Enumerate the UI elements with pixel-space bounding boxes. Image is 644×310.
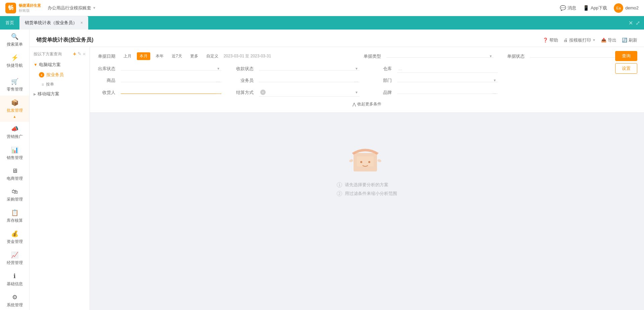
page-title: 销货单统计表(按业务员): [36, 37, 94, 44]
date-btn-custom[interactable]: 自定义: [204, 52, 221, 60]
empty-tip-1: 1 请先选择要分析的方案: [337, 182, 397, 188]
date-btn-last-7-days[interactable]: 近7天: [169, 52, 185, 60]
tab-active-label: 销货单统计表（按业务员）: [25, 20, 77, 26]
settlement-clear-btn[interactable]: ×: [260, 90, 266, 95]
sidebar-item-system[interactable]: ⚙ 系统管理: [0, 290, 29, 310]
warehouse-label: 仓库: [373, 66, 392, 72]
scheme-item-by-salesman[interactable]: ● 按业务员: [30, 70, 90, 80]
sidebar-item-retail[interactable]: 🛒 零售管理: [0, 74, 29, 96]
sidebar-item-inventory[interactable]: 📋 库存核算: [0, 206, 29, 227]
top-bar-right: 💬 消息 📱 App下载 Ea demo2: [560, 3, 639, 13]
date-btn-more[interactable]: 更多: [187, 52, 201, 60]
sales-icon: 📊: [11, 146, 18, 154]
tab-maximize-icon[interactable]: ⤢: [636, 20, 640, 26]
logo-line1: 畅捷通好生意: [19, 3, 41, 8]
date-group: 上月 本月 本年 近7天 更多 自定义 2023-03-01 至 2023-03…: [121, 52, 356, 60]
scheme-group-mobile: ▶ 移动端方案: [30, 89, 90, 99]
empty-state: 1 请先选择要分析的方案 2 用过滤条件来缩小分析范围: [90, 113, 644, 223]
sidebar-item-finance[interactable]: 💰 资金管理: [0, 227, 29, 248]
tab-active[interactable]: 销货单统计表（按业务员） ×: [19, 16, 88, 30]
goods-field[interactable]: [121, 79, 221, 82]
scheme-group-mobile-title[interactable]: ▶ 移动端方案: [30, 89, 90, 99]
receiver-label: 收货人: [97, 90, 115, 96]
scheme-item-by-order[interactable]: ≡ 按单: [30, 80, 90, 89]
user-area[interactable]: Ea demo2: [614, 3, 639, 13]
sidebar-basic-info-label: 基础信息: [7, 281, 23, 287]
salesman-label: 业务员: [235, 78, 254, 84]
scheme-group-desktop-title[interactable]: ▼ 电脑端方案: [30, 60, 90, 70]
refresh-btn[interactable]: 🔄 刷新: [622, 37, 637, 43]
sidebar-inventory-label: 库存核算: [7, 218, 23, 223]
scheme-item-active-dot: ●: [39, 72, 44, 78]
sidebar-marketing-label: 营销推广: [7, 134, 23, 140]
query-button[interactable]: 查询: [615, 51, 637, 61]
print-btn[interactable]: 🖨 按模板打印 ▼: [564, 37, 596, 43]
filter-row-4: 收货人 结算方式 × ▼ 品牌: [97, 88, 637, 97]
sidebar: 🔍 搜索菜单 ⚡ 快捷导航 🛒 零售管理 📦 批发管理 ▲ 📣 营销推广: [0, 30, 30, 310]
scheme-add-btn[interactable]: +: [73, 51, 76, 57]
sidebar-item-sales[interactable]: 📊 销售管理: [0, 143, 29, 164]
scheme-panel: 按以下方案查询 + ✎ « ▼ 电脑端方案: [30, 47, 90, 310]
expand-icon: ▲: [13, 115, 16, 118]
sidebar-item-purchase[interactable]: 🛍 采购管理: [0, 185, 29, 206]
svg-rect-1: [357, 156, 374, 166]
logo-area: 畅 畅捷通好生意 标账版: [5, 3, 41, 13]
app-download-label: App下载: [591, 5, 607, 11]
tab-close-window-icon[interactable]: ✕: [629, 20, 633, 26]
doc-type-select[interactable]: [386, 55, 494, 58]
sidebar-item-search[interactable]: 🔍 搜索菜单: [0, 30, 29, 51]
sidebar-ecommerce-label: 电商管理: [7, 176, 23, 182]
export-btn[interactable]: 📤 导出: [601, 37, 616, 43]
payment-status-select[interactable]: [259, 67, 360, 70]
help-label: 帮助: [549, 37, 558, 43]
out-status-select[interactable]: [121, 67, 221, 70]
content-right: 单据日期 上月 本月 本年 近7天 更多 自定义 2023-03-01 至 20…: [90, 47, 644, 310]
empty-icon-svg: [348, 141, 385, 175]
salesman-field[interactable]: [259, 79, 360, 82]
sidebar-item-wholesale[interactable]: 📦 批发管理 ▲: [0, 96, 29, 122]
logo-icon: 畅: [5, 3, 16, 13]
settlement-arrow: ▼: [355, 91, 358, 94]
quick-nav-icon: ⚡: [11, 54, 18, 61]
tab-close-btn[interactable]: ×: [80, 20, 83, 25]
tab-home[interactable]: 首页: [0, 16, 19, 30]
logo-line2: 标账版: [19, 8, 41, 13]
app-download-btn[interactable]: 📱 App下载: [583, 5, 607, 11]
help-btn[interactable]: ❓ 帮助: [543, 37, 558, 43]
sidebar-item-ecommerce[interactable]: 🖥 电商管理: [0, 164, 29, 185]
date-btn-last-month[interactable]: 上月: [121, 52, 134, 60]
sidebar-purchase-label: 采购管理: [7, 197, 23, 202]
doc-status-label: 单据状态: [504, 53, 525, 59]
sidebar-item-operations[interactable]: 📈 经营管理: [0, 248, 29, 269]
scheme-header: 按以下方案查询 + ✎ «: [30, 51, 90, 60]
settings-button[interactable]: 设置: [615, 63, 637, 74]
date-label: 单据日期: [97, 53, 115, 59]
wholesale-icon: 📦: [11, 99, 18, 106]
export-label: 导出: [608, 37, 616, 43]
collapse-btn[interactable]: ⋀ 收起更多条件: [97, 101, 637, 107]
inventory-icon: 📋: [11, 209, 18, 216]
receiver-field[interactable]: [121, 91, 221, 94]
sidebar-item-basic-info[interactable]: ℹ 基础信息: [0, 269, 29, 290]
page-actions: ❓ 帮助 🖨 按模板打印 ▼ 📤 导出 🔄 刷新: [543, 37, 637, 43]
action-buttons: 查询 设置: [615, 51, 637, 74]
refresh-label: 刷新: [629, 37, 637, 43]
date-btn-this-month[interactable]: 本月: [137, 52, 150, 60]
message-btn[interactable]: 💬 消息: [560, 5, 576, 11]
page-header: 销货单统计表(按业务员) ❓ 帮助 🖨 按模板打印 ▼ 📤 导出: [30, 30, 644, 47]
scheme-collapse-btn[interactable]: «: [83, 51, 86, 57]
order-icon: ≡: [42, 82, 44, 87]
brand-field[interactable]: [397, 91, 498, 94]
left-panel: 按以下方案查询 + ✎ « ▼ 电脑端方案: [30, 47, 644, 310]
date-btn-this-year[interactable]: 本年: [153, 52, 166, 60]
dept-select[interactable]: [397, 79, 498, 82]
company-dropdown[interactable]: 办公用品行业模拟账套 ▼: [45, 4, 99, 12]
warehouse-field[interactable]: ...: [397, 65, 498, 73]
settlement-field[interactable]: × ▼: [259, 88, 360, 97]
tab-home-label: 首页: [5, 20, 14, 26]
out-status-label: 出库状态: [97, 66, 115, 72]
sidebar-item-quick-nav[interactable]: ⚡ 快捷导航: [0, 51, 29, 72]
scheme-edit-btn[interactable]: ✎: [77, 51, 82, 57]
sidebar-item-marketing[interactable]: 📣 营销推广: [0, 122, 29, 143]
help-icon: ❓: [543, 38, 548, 43]
